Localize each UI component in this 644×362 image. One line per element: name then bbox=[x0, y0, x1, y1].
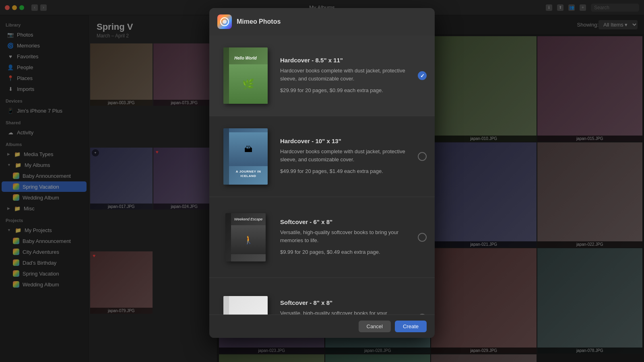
dialog-overlay: Mimeo Photos Hello World 🌿 bbox=[217, 15, 644, 362]
product-price-1: $29.99 for 20 pages, $0.99 each extra pa… bbox=[280, 86, 411, 95]
product-item-softcover-88[interactable]: Softcover - 8" x 8" Versatile, high-qual… bbox=[217, 278, 435, 315]
right-panel: Showing: All Items ▾ Mimeo P bbox=[217, 15, 644, 362]
cancel-button[interactable]: Cancel bbox=[359, 321, 391, 332]
book-spine-3 bbox=[225, 213, 231, 261]
dialog-title: Mimeo Photos bbox=[237, 18, 281, 25]
product-item-softcover-68[interactable]: Weekend Escape 🚶 Softcover - 6" x 8" Ver… bbox=[217, 197, 435, 278]
product-info-2: Hardcover - 10" x 13" Hardcover books co… bbox=[280, 138, 411, 175]
book-spine-4 bbox=[223, 296, 229, 315]
product-info-3: Softcover - 6" x 8" Versatile, high-qual… bbox=[280, 218, 411, 256]
book-cover-2: A JOURNEY IN ICELAND 🏔 bbox=[223, 128, 268, 185]
product-thumb-2: A JOURNEY IN ICELAND 🏔 bbox=[217, 124, 274, 189]
product-desc-2: Hardcover books complete with dust jacke… bbox=[280, 148, 411, 163]
app-layout: Library 📷 Photos 🌀 Memories ♥ Favorites … bbox=[0, 15, 644, 362]
content-area: Spring V March – April 2 japan-003.JPG j… bbox=[89, 15, 644, 362]
product-name-3: Softcover - 6" x 8" bbox=[280, 218, 411, 225]
product-radio-4[interactable] bbox=[418, 314, 427, 315]
product-desc-1: Hardcover books complete with dust jacke… bbox=[280, 67, 411, 82]
product-desc-3: Versatile, high-quality softcover books … bbox=[280, 228, 411, 244]
book-cover-3: Weekend Escape 🚶 bbox=[225, 213, 266, 261]
dialog-scroll[interactable]: Hello World 🌿 Hardcover - 8.5" x 11" Har… bbox=[217, 35, 435, 315]
dialog-header: Mimeo Photos bbox=[217, 15, 435, 35]
product-desc-4: Versatile, high-quality softcover books … bbox=[280, 309, 411, 315]
product-name-4: Softcover - 8" x 8" bbox=[280, 299, 411, 306]
product-info-1: Hardcover - 8.5" x 11" Hardcover books c… bbox=[280, 57, 411, 95]
create-button[interactable]: Create bbox=[395, 321, 427, 332]
product-price-3: $9.99 for 20 pages, $0.49 each extra pag… bbox=[280, 248, 411, 256]
book-cover-4 bbox=[223, 296, 268, 315]
mimeo-logo bbox=[217, 15, 232, 29]
book-cover-1: Hello World 🌿 bbox=[223, 47, 268, 104]
product-thumb-4 bbox=[217, 286, 274, 315]
product-thumb-1: Hello World 🌿 bbox=[217, 43, 274, 108]
product-radio-2[interactable] bbox=[418, 152, 427, 161]
product-dialog: Mimeo Photos Hello World 🌿 bbox=[217, 15, 435, 338]
svg-point-1 bbox=[223, 20, 227, 24]
product-item-hardcover-8511[interactable]: Hello World 🌿 Hardcover - 8.5" x 11" Har… bbox=[217, 35, 435, 116]
product-price-2: $49.99 for 20 pages, $1.49 each extra pa… bbox=[280, 167, 411, 175]
product-item-hardcover-1013[interactable]: A JOURNEY IN ICELAND 🏔 Hardcover - 10" x… bbox=[217, 116, 435, 197]
product-info-4: Softcover - 8" x 8" Versatile, high-qual… bbox=[280, 299, 411, 315]
book-spine-2 bbox=[223, 128, 229, 185]
product-name-2: Hardcover - 10" x 13" bbox=[280, 138, 411, 144]
product-name-1: Hardcover - 8.5" x 11" bbox=[280, 57, 411, 64]
product-radio-1[interactable] bbox=[418, 71, 427, 80]
dialog-footer: Cancel Create bbox=[217, 315, 435, 338]
product-thumb-3: Weekend Escape 🚶 bbox=[217, 205, 274, 269]
product-radio-3[interactable] bbox=[418, 233, 427, 242]
